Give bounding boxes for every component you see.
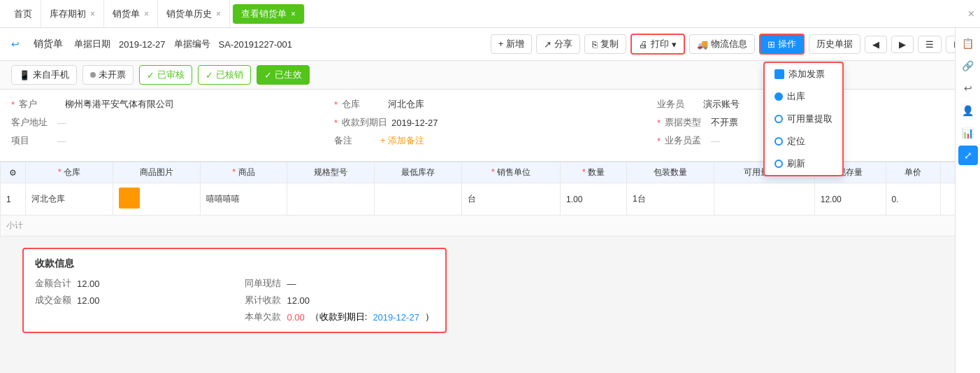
col-price: 单价 — [886, 162, 941, 183]
row-avail-qty — [714, 183, 814, 216]
col-sales-unit: * 销售单位 — [462, 162, 561, 183]
sidebar-icon-4[interactable]: 👤 — [958, 101, 978, 120]
subtotal-row: 小计 — [1, 216, 980, 237]
sidebar-icon-1[interactable]: 📋 — [958, 34, 978, 53]
no-label: 单据编号 — [174, 38, 210, 50]
settle-item: 同单现结 — — [245, 277, 433, 290]
right-sidebar: 📋 🔗 ↩ 👤 📊 ⤢ — [955, 28, 980, 373]
new-button[interactable]: + 新增 — [491, 34, 532, 54]
effective-btn[interactable]: ✓ 已生效 — [257, 65, 310, 85]
close-tab-view-sales-order[interactable]: × — [291, 9, 296, 19]
ticket-required: * — [657, 118, 661, 128]
audited-label: 已审核 — [157, 69, 185, 81]
tab-inventory-init-label: 库存期初 — [50, 8, 86, 20]
print-button[interactable]: 🖨 打印 ▾ — [630, 34, 685, 55]
tab-sales-order-label: 销货单 — [113, 8, 140, 20]
col-product: * 商品 — [200, 162, 287, 183]
customer-required: * — [11, 99, 15, 110]
date-value: 2019-12-27 — [119, 39, 166, 50]
copy-button[interactable]: ⎘ 复制 — [584, 34, 626, 54]
row-price: 0. — [886, 183, 941, 216]
audited-btn[interactable]: ✓ 已审核 — [139, 65, 192, 85]
tab-view-sales-order[interactable]: 查看销货单 × — [233, 4, 305, 24]
row-product[interactable]: 嘻嘻嘻嘻 — [200, 183, 287, 216]
salesperson-label: 业务员孟 — [665, 134, 707, 147]
dropdown-refresh[interactable]: 刷新 — [765, 153, 842, 175]
address-field: 客户地址 — — [11, 116, 323, 129]
address-value: — — [57, 118, 66, 128]
warehouse-value[interactable]: 河北仓库 — [388, 98, 424, 111]
layout-btn-1[interactable]: ☰ — [918, 36, 942, 53]
nav-next[interactable]: ▶ — [891, 36, 914, 53]
doc-header: ↩ 销货单 单据日期 2019-12-27 单据编号 SA-20191227-0… — [0, 28, 980, 61]
add-invoice-label: 添加发票 — [788, 68, 825, 80]
operate-dropdown: 添加发票 出库 可用量提取 定位 刷新 — [763, 62, 844, 176]
written-off-label: 已核销 — [216, 69, 243, 81]
phone-icon: 📱 — [19, 70, 30, 80]
row-current-qty: 12.00 — [814, 183, 886, 216]
written-off-icon: ✓ — [206, 70, 213, 80]
tab-sales-order[interactable]: 销货单 × — [104, 0, 158, 28]
tab-inventory-init[interactable]: 库存期初 × — [41, 0, 104, 28]
add-remark-btn[interactable]: + 添加备注 — [380, 134, 424, 147]
ticket-type-value: 不开票 — [711, 116, 738, 129]
col-product-img: 商品图片 — [113, 162, 200, 183]
dropdown-avail-extract[interactable]: 可用量提取 — [765, 108, 842, 130]
operator-label: 业务员 — [657, 98, 699, 111]
doc-meta: 单据日期 2019-12-27 单据编号 SA-20191227-001 — [74, 38, 295, 50]
customer-value[interactable]: 柳州粤港平安气体有限公司 — [65, 98, 174, 111]
dropdown-outbound[interactable]: 出库 — [765, 85, 842, 108]
sidebar-icon-3[interactable]: ↩ — [958, 78, 978, 98]
history-label: 历史单据 — [816, 38, 853, 50]
col-min-stock: 最低库存 — [375, 162, 462, 183]
col-gear[interactable]: ⚙ — [1, 162, 26, 183]
table-row: 1 河北仓库 嘻嘻嘻嘻 台 1.00 1台 12.00 0. — [1, 183, 980, 216]
written-off-btn[interactable]: ✓ 已核销 — [198, 65, 251, 85]
sidebar-icon-2[interactable]: 🔗 — [958, 56, 978, 76]
warehouse-field: * 仓库 河北仓库 — [334, 98, 646, 111]
row-pack-qty: 1台 — [626, 183, 714, 216]
operate-button[interactable]: ⊞ 操作 — [759, 34, 805, 55]
row-no: 1 — [1, 183, 26, 216]
sidebar-icon-5[interactable]: 📊 — [958, 123, 978, 143]
toolbar: + 新增 ↗ 分享 ⎘ 复制 🖨 打印 ▾ 🚚 物流信息 ⊞ 操作 — [491, 34, 969, 55]
row-min-stock — [375, 183, 462, 216]
from-phone-label: 来自手机 — [33, 69, 69, 81]
col-pack-qty: 包装数量 — [626, 162, 714, 183]
due-value: 0.00 — [287, 312, 304, 323]
close-tab-inventory-init[interactable]: × — [90, 9, 95, 19]
settle-label: 同单现结 — [245, 277, 281, 290]
dropdown-locate[interactable]: 定位 — [765, 130, 842, 153]
audited-icon: ✓ — [147, 70, 154, 80]
row-qty[interactable]: 1.00 — [561, 183, 627, 216]
payment-date-value[interactable]: 2019-12-27 — [391, 118, 438, 128]
sidebar-icon-expand[interactable]: ⤢ — [958, 146, 978, 165]
tab-home[interactable]: 首页 — [6, 0, 41, 28]
copy-icon: ⎘ — [592, 39, 598, 50]
close-tab-sales-history[interactable]: × — [216, 9, 221, 19]
avail-extract-label: 可用量提取 — [787, 113, 833, 125]
total-label: 金额合计 — [35, 277, 71, 290]
logistics-button[interactable]: 🚚 物流信息 — [689, 34, 755, 54]
salesperson-value: — — [711, 136, 720, 146]
remark-label: 备注 — [334, 134, 376, 147]
logistics-icon: 🚚 — [697, 39, 708, 50]
close-tab-sales-order[interactable]: × — [144, 9, 149, 19]
share-button[interactable]: ↗ 分享 — [536, 34, 580, 54]
payment-date-label: 收款到期日 — [342, 116, 387, 129]
doc-title-row: ↩ 销货单 单据日期 2019-12-27 单据编号 SA-20191227-0… — [11, 38, 295, 50]
nav-prev[interactable]: ◀ — [865, 36, 887, 53]
customer-label: 客户 — [19, 98, 61, 111]
from-phone-btn[interactable]: 📱 来自手机 — [11, 65, 77, 85]
payment-date-required: * — [334, 118, 338, 128]
deal-item: 成交金额 12.00 — [35, 294, 224, 307]
avail-extract-icon — [774, 115, 783, 123]
tab-sales-history[interactable]: 销货单历史 × — [158, 0, 230, 28]
dropdown-add-invoice[interactable]: 添加发票 — [765, 63, 842, 85]
global-close-button[interactable]: × — [968, 8, 974, 20]
add-invoice-icon — [774, 69, 784, 79]
history-button[interactable]: 历史单据 — [809, 34, 860, 54]
not-invoiced-btn[interactable]: 未开票 — [82, 65, 134, 85]
tab-sales-history-label: 销货单历史 — [166, 8, 212, 20]
print-icon: 🖨 — [639, 39, 648, 50]
